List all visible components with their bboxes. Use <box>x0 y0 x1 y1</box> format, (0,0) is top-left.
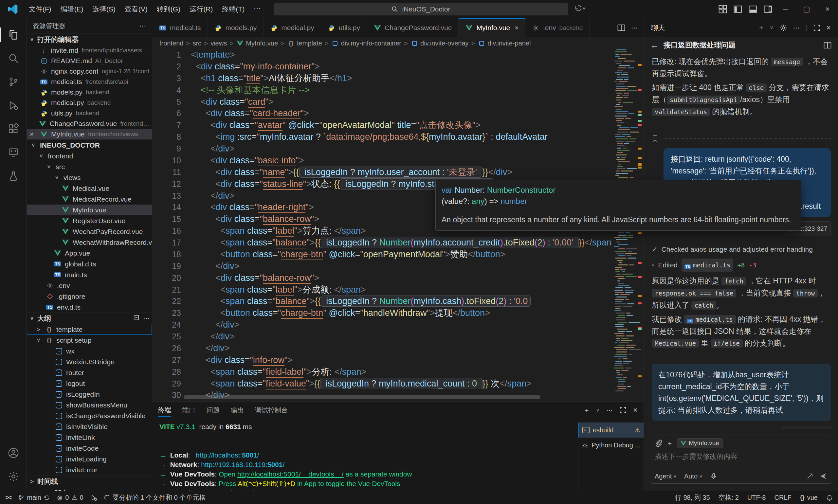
tree-item[interactable]: MedicalRecord.vue <box>27 194 152 204</box>
open-editor-item[interactable]: ChangePassword.vuefrontend\sr... <box>27 119 152 129</box>
chat-back-icon[interactable]: ← <box>650 40 659 50</box>
terminal-instance-esbuild[interactable]: >_esbuild⚠ <box>578 422 644 437</box>
panel-tab-端口[interactable]: 端口 <box>182 401 195 418</box>
file-reference-chip[interactable]: TSmedical.ts <box>681 258 733 272</box>
cursor-position-status[interactable]: 行 98, 列 35 <box>675 493 710 502</box>
tree-item[interactable]: TSmain.ts <box>27 269 152 280</box>
open-editors-header[interactable]: > 打开的编辑器 <box>27 33 152 45</box>
outline-item[interactable]: ~inviteLoading <box>27 454 152 464</box>
language-mode-status[interactable]: {}vue <box>800 494 818 501</box>
activity-files-icon[interactable] <box>0 23 27 47</box>
eol-status[interactable]: CRLF <box>774 494 791 501</box>
tree-item[interactable]: TSglobal.d.ts <box>27 258 152 269</box>
outline-more-icon[interactable]: ⋯ <box>143 314 150 322</box>
outline-item[interactable]: ~inviteError <box>27 464 152 475</box>
outline-item[interactable]: ~WeixinJSBridge <box>27 356 152 367</box>
menu-item[interactable]: ⋯ <box>249 3 265 16</box>
inline-code-chip[interactable]: throw <box>793 289 818 298</box>
tree-item[interactable]: TSenv.d.ts <box>27 302 152 312</box>
inline-code-chip[interactable]: validateStatus <box>652 108 710 116</box>
open-editor-item[interactable]: utils.pybackend <box>27 108 152 119</box>
outline-item[interactable]: >{}template <box>27 324 152 335</box>
panel-more-icon[interactable]: ⋯ <box>606 406 613 414</box>
tree-item[interactable]: MyInfo.vue <box>27 204 152 215</box>
tree-item[interactable]: .env <box>27 280 152 291</box>
explorer-more-actions-icon[interactable]: ⋯ <box>140 22 146 30</box>
chat-new-dropdown-icon[interactable]: > <box>769 26 775 30</box>
editor-tab-.env[interactable]: .envbackend <box>525 18 590 37</box>
editor-tab-models.py[interactable]: models.py <box>208 18 264 37</box>
file-location-pill[interactable]: app.py:1080 <box>782 426 831 429</box>
attach-context-icon[interactable] <box>655 439 662 447</box>
inline-code-chip[interactable]: Medical.vue <box>652 339 699 347</box>
editor-more-actions-icon[interactable]: ⋯ <box>631 24 638 32</box>
panel-tab-终端[interactable]: 终端 <box>158 401 171 418</box>
inline-code-chip[interactable]: else <box>746 84 767 92</box>
inline-code-chip[interactable]: submitDiagnosisApi <box>667 95 740 104</box>
tree-item[interactable]: >views <box>27 172 152 183</box>
activity-testing-icon[interactable] <box>0 164 27 188</box>
debug-status-icon[interactable] <box>91 494 97 501</box>
panel-tab-调试控制台[interactable]: 调试控制台 <box>255 401 288 418</box>
open-chat-in-editor-icon[interactable] <box>824 41 832 49</box>
encoding-status[interactable]: UTF-8 <box>747 494 766 501</box>
menu-item[interactable]: 终端(T) <box>217 3 249 16</box>
panel-tab-问题[interactable]: 问题 <box>207 401 220 418</box>
outline-item[interactable]: ~logout <box>27 378 152 389</box>
git-branch-status[interactable]: main <box>18 494 50 501</box>
editor-tab-MyInfo.vue[interactable]: MyInfo.vue× <box>459 18 525 37</box>
inline-code-chip[interactable]: response.ok === false <box>652 289 736 298</box>
toggle-secondary-sidebar-icon[interactable] <box>763 4 773 14</box>
model-dropdown[interactable]: Auto> <box>684 472 703 480</box>
menu-item[interactable]: 转到(G) <box>152 3 185 16</box>
chat-maximize-icon[interactable] <box>813 24 820 32</box>
tree-item[interactable]: Medical.vue <box>27 183 152 194</box>
horizontal-scrollbar[interactable] <box>184 395 540 399</box>
problems-status[interactable]: ⊗0 ⚠0 <box>57 494 84 502</box>
activity-scm-icon[interactable] <box>0 70 27 94</box>
breadcrumb-item[interactable]: src <box>193 40 201 47</box>
outline-item[interactable]: ~inviteLink <box>27 432 152 443</box>
menu-item[interactable]: 编辑(E) <box>56 3 88 16</box>
chat-close-icon[interactable]: × <box>826 23 831 32</box>
open-editor-item[interactable]: iREADME.mdAI_Doctor <box>27 56 152 66</box>
open-editor-item[interactable]: TSmedical.tsfrontend\src\api <box>27 76 152 87</box>
close-editor-icon[interactable]: × <box>27 130 37 138</box>
terminal-instance-Python Debug ...[interactable]: Python Debug ... <box>578 437 644 453</box>
menu-item[interactable]: 查看(V) <box>120 3 152 16</box>
tree-item[interactable]: >frontend <box>27 150 152 161</box>
editor-grid-layout-icon[interactable] <box>717 4 728 14</box>
context-file-chip[interactable]: MyInfo.vue <box>677 438 723 448</box>
chat-tab[interactable]: 聊天 <box>651 18 665 37</box>
breadcrumb-item[interactable]: div.invite-panel <box>478 39 531 47</box>
menu-item[interactable]: 文件(F) <box>24 3 56 16</box>
inline-code-chip[interactable]: catch <box>691 301 716 310</box>
menu-item[interactable]: 选择(S) <box>88 3 120 16</box>
chat-input-placeholder[interactable]: 描述下一步需要修改的内容 <box>655 452 827 461</box>
notifications-bell-icon[interactable] <box>826 494 833 501</box>
tree-item[interactable]: >INEUOS_DOCTOR <box>27 140 152 150</box>
chat-settings-gear-icon[interactable] <box>780 24 787 32</box>
close-window-button[interactable]: × <box>817 0 838 18</box>
open-editor-item[interactable]: nginx copy.confnginx-1.28.1\conf <box>27 66 152 76</box>
command-center-search[interactable]: iNeuOS_Doctor <box>274 3 568 15</box>
open-editor-item[interactable]: medical.pybackend <box>27 97 152 108</box>
outline-item[interactable]: ~router <box>27 367 152 378</box>
open-editor-item[interactable]: ×MyInfo.vuefrontend\src\views <box>27 129 152 140</box>
inline-code-chip[interactable]: if/else <box>711 339 743 347</box>
send-to-new-editor-icon[interactable] <box>806 472 814 480</box>
activity-search-icon[interactable] <box>0 47 27 70</box>
breadcrumb-item[interactable]: div.invite-overlay <box>410 39 468 47</box>
activity-settings-icon[interactable] <box>0 465 27 488</box>
toggle-sidebar-icon[interactable] <box>733 4 743 14</box>
editor-tab-medical.ts[interactable]: TSmedical.ts <box>152 18 208 37</box>
breadcrumb-item[interactable]: div.my-info-container <box>331 39 401 47</box>
send-button[interactable] <box>819 472 827 480</box>
open-editor-item[interactable]: models.pybackend <box>27 87 152 97</box>
chat-input-box[interactable]: ＋ MyInfo.vue 描述下一步需要修改的内容 Agent> Auto> <box>650 435 832 484</box>
agent-mode-dropdown[interactable]: Agent> <box>655 472 677 480</box>
breadcrumb-item[interactable]: views <box>211 40 227 47</box>
inline-code-chip[interactable]: fetch <box>721 277 746 285</box>
breadcrumb-item[interactable]: MyInfo.vue <box>236 39 278 47</box>
npm-scripts-header[interactable]: >NPM 脚本 <box>27 487 152 491</box>
